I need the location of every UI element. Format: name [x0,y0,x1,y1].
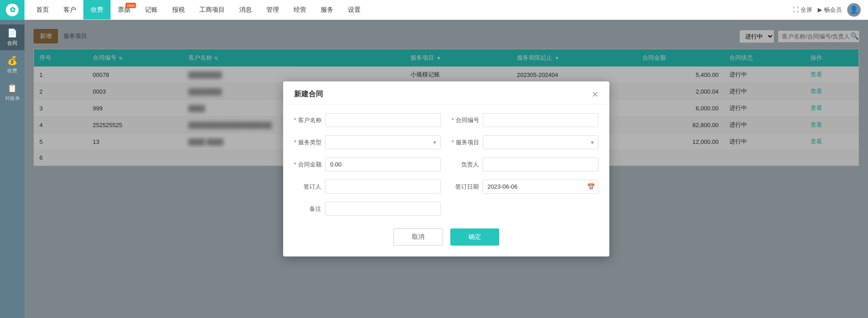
nav-items: 首页 客户 收费 票据 new 记账 报税 工商项目 消息 管理 经营 服务 设… [24,0,793,19]
field-contract-code: 合同编号 [452,113,598,127]
fee-icon: 💰 [7,56,17,66]
nav-item-service[interactable]: 服务 [313,0,341,19]
field-contract-amount: 合同金额 [294,157,441,171]
label-signer: 签订人 [294,183,321,191]
field-customer-name: 客户名称 [294,113,441,127]
nav-item-bookkeeping[interactable]: 记账 [138,0,165,19]
contract-icon: 📄 [7,28,17,38]
modal-overlay: 新建合同 ✕ 客户名称 合同编号 [24,20,868,318]
form-row-2: 服务类型 ▼ 服务项目 [294,135,598,149]
modal-title: 新建合同 [294,90,323,99]
input-customer-name[interactable] [325,113,441,127]
main-layout: 📄 合同 💰 收费 📋 对账单 新增 服务项目 进行中 已完成 已终止 🔍 [0,20,868,318]
nav-item-invoice[interactable]: 票据 new [111,0,138,19]
form-row-4: 签订人 签订日期 📅 [294,180,598,194]
modal-footer: 取消 确定 [283,228,609,246]
sidebar-item-fee[interactable]: 💰 收费 [0,52,24,78]
nav-item-operation[interactable]: 经营 [286,0,313,19]
field-service-item: 服务项目 ▼ [452,135,598,149]
member-label: 畅会员 [824,6,842,14]
nav-item-home[interactable]: 首页 [29,0,56,19]
nav-item-customer[interactable]: 客户 [56,0,83,19]
select-service-type[interactable] [325,135,441,149]
label-customer-name: 客户名称 [294,116,322,124]
nav-item-fee[interactable]: 收费 [83,0,111,19]
form-row-1: 客户名称 合同编号 [294,113,598,127]
modal-header: 新建合同 ✕ [283,81,609,105]
select-wrap-service-item: ▼ [483,135,598,149]
nav-right: ⛶ 全屏 ▶ 畅会员 👤 [793,3,868,17]
field-responsible: 负责人 [452,157,598,171]
cancel-button[interactable]: 取消 [393,228,443,246]
fullscreen-icon: ⛶ [793,6,799,13]
sidebar: 📄 合同 💰 收费 📋 对账单 [0,20,24,318]
confirm-button[interactable]: 确定 [450,228,499,246]
sidebar-item-statement[interactable]: 📋 对账单 [0,80,24,105]
user-avatar[interactable]: 👤 [847,3,861,17]
label-responsible: 负责人 [452,161,479,169]
new-badge: new [125,3,136,8]
logo: ✿ [0,0,24,20]
input-signer[interactable] [325,180,441,194]
nav-item-tax[interactable]: 报税 [165,0,192,19]
sidebar-item-statement-label: 对账单 [5,95,20,102]
form-row-3: 合同金额 负责人 [294,157,598,171]
member-button[interactable]: ▶ 畅会员 [818,6,842,14]
calendar-icon[interactable]: 📅 [587,183,595,190]
nav-item-settings[interactable]: 设置 [341,0,368,19]
label-contract-amount: 合同金额 [294,161,322,169]
form-row-5: 备注 [294,202,598,216]
input-remark[interactable] [325,202,441,216]
modal-close-button[interactable]: ✕ [592,90,598,99]
statement-icon: 📋 [7,83,17,93]
nav-item-message[interactable]: 消息 [232,0,259,19]
top-nav: ✿ 首页 客户 收费 票据 new 记账 报税 工商项目 消息 管理 经营 服务… [0,0,868,20]
sidebar-item-contract[interactable]: 📄 合同 [0,24,24,50]
select-service-item[interactable] [483,135,598,149]
nav-item-business[interactable]: 工商项目 [192,0,232,19]
fullscreen-button[interactable]: ⛶ 全屏 [793,6,812,14]
label-contract-code: 合同编号 [452,116,479,124]
modal-body: 客户名称 合同编号 服务类型 [283,113,609,216]
sidebar-item-fee-label: 收费 [7,67,17,74]
label-remark: 备注 [294,205,321,213]
input-contract-code[interactable] [483,113,598,127]
date-wrap-sign-date: 📅 [482,180,598,194]
sidebar-item-contract-label: 合同 [7,40,17,47]
select-wrap-service-type: ▼ [325,135,441,149]
label-service-item: 服务项目 [452,138,479,147]
field-service-type: 服务类型 ▼ [294,135,441,149]
nav-item-manage[interactable]: 管理 [259,0,286,19]
label-service-type: 服务类型 [294,138,322,147]
member-icon: ▶ [818,6,822,13]
fullscreen-label: 全屏 [800,6,812,14]
field-sign-date: 签订日期 📅 [452,180,598,194]
new-contract-modal: 新建合同 ✕ 客户名称 合同编号 [283,81,609,256]
input-sign-date[interactable] [482,180,598,194]
input-contract-amount[interactable] [325,157,441,171]
label-sign-date: 签订日期 [452,183,479,191]
field-remark: 备注 [294,202,441,216]
content-area: 新增 服务项目 进行中 已完成 已终止 🔍 序号 合同编号 ⇅ 客户名 [24,20,868,318]
logo-icon: ✿ [6,4,19,16]
input-responsible[interactable] [482,157,598,171]
field-signer: 签订人 [294,180,441,194]
